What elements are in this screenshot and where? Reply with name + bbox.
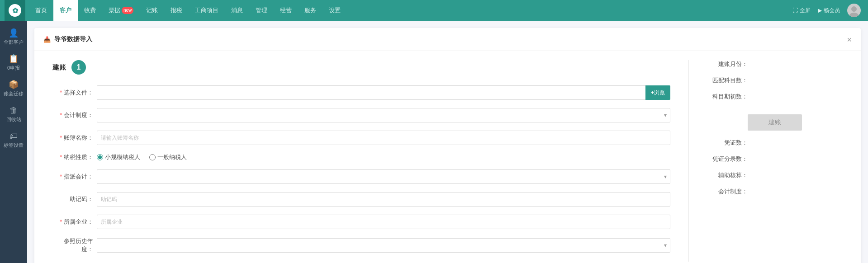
main-content: 📥 导爷数据导入 × 建账 1 * 选择文件： <box>27 21 868 263</box>
nav-right: ⛶ 全屏 ▶ 畅会员 <box>792 4 861 17</box>
info-accounting-label: 会计制度： <box>707 188 748 196</box>
tax-row: * 纳税性质： 小规模纳税人 一般纳税人 <box>52 153 670 161</box>
trash-icon: 🗑 <box>9 106 18 114</box>
ledger-input-wrap <box>97 131 670 145</box>
sidebar-item-all-clients[interactable]: 👤 全部客户 <box>0 25 27 49</box>
nav-item-message[interactable]: 消息 <box>225 0 249 21</box>
history-select-wrap <box>97 238 670 253</box>
nav-item-service[interactable]: 服务 <box>298 0 323 21</box>
history-label: 参照历史年度： <box>52 237 93 254</box>
nav-item-bookkeeping[interactable]: 记账 <box>140 0 164 21</box>
step-header: 建账 1 <box>52 60 670 75</box>
info-section: 建账月份： 匹配科目数： 科目期初数： 建账 凭证数： <box>689 60 861 262</box>
accounting-label: * 会计制度： <box>52 111 93 119</box>
close-button[interactable]: × <box>847 35 852 45</box>
avatar[interactable] <box>847 4 861 17</box>
browse-button[interactable]: +浏览 <box>645 85 670 100</box>
company-label: * 所属企业： <box>52 218 93 226</box>
modal-body: 建账 1 * 选择文件： +浏览 <box>34 51 861 263</box>
nav-item-charge[interactable]: 收费 <box>78 0 102 21</box>
nav-item-manage[interactable]: 管理 <box>249 0 274 21</box>
modal-wrapper: 📥 导爷数据导入 × 建账 1 * 选择文件： <box>34 28 861 263</box>
accounting-select-wrap <box>97 108 670 122</box>
period-row: 科目期初数： <box>707 93 843 101</box>
svg-point-0 <box>851 6 857 12</box>
ledger-input[interactable] <box>97 131 670 145</box>
nav-item-tax[interactable]: 报税 <box>164 0 189 21</box>
logo-icon: ✿ <box>9 4 21 17</box>
file-row: * 选择文件： +浏览 <box>52 85 670 100</box>
user-icon: 👤 <box>9 29 19 37</box>
nav-item-ticket[interactable]: 票据 new <box>102 0 140 21</box>
nav-item-home[interactable]: 首页 <box>29 0 53 21</box>
tax-small-scale[interactable]: 小规模纳税人 <box>97 153 140 161</box>
memo-label: 助记码： <box>52 195 93 203</box>
layout: 👤 全部客户 📋 0申报 📦 账套迁移 🗑 回收站 🏷 标签设置 📥 导爷数据导… <box>0 21 868 263</box>
voucher-row: 凭证数： <box>707 139 843 147</box>
file-label: * 选择文件： <box>52 89 93 97</box>
period-label: 科目期初数： <box>707 93 748 101</box>
tax-small-scale-label: 小规模纳税人 <box>105 153 140 161</box>
sidebar-item-recycle[interactable]: 🗑 回收站 <box>0 103 27 127</box>
form-section: 建账 1 * 选择文件： +浏览 <box>34 60 689 262</box>
auxiliary-row: 辅助核算： <box>707 171 843 179</box>
ledger-row: * 账簿名称： <box>52 131 670 145</box>
memo-input[interactable] <box>97 192 670 207</box>
accountant-label: * 指派会计： <box>52 173 93 181</box>
history-select[interactable] <box>97 238 670 253</box>
step-label: 建账 <box>52 63 66 72</box>
tax-small-scale-radio[interactable] <box>97 154 103 160</box>
match-row: 匹配科目数： <box>707 76 843 85</box>
tax-general-radio[interactable] <box>149 154 156 160</box>
tax-radio-group: 小规模纳税人 一般纳税人 <box>97 153 670 161</box>
tag-icon: 🏷 <box>9 132 18 140</box>
accountant-select[interactable] <box>97 169 670 184</box>
voucher-entries-row: 凭证分录数： <box>707 155 843 163</box>
new-badge: new <box>122 7 133 14</box>
tax-general-label: 一般纳税人 <box>157 153 187 161</box>
month-row: 建账月份： <box>707 60 843 68</box>
svg-point-1 <box>849 13 859 17</box>
nav-item-operation[interactable]: 经营 <box>274 0 298 21</box>
logo: ✿ <box>5 0 25 21</box>
top-nav: ✿ 首页 客户 收费 票据 new 记账 报税 工商项目 消息 管理 <box>0 0 868 21</box>
report-icon: 📋 <box>9 55 19 63</box>
info-accounting-row: 会计制度： <box>707 188 843 196</box>
file-text-input[interactable] <box>97 85 645 100</box>
nav-item-settings[interactable]: 设置 <box>323 0 347 21</box>
nav-items: 首页 客户 收费 票据 new 记账 报税 工商项目 消息 管理 经营 <box>29 0 792 21</box>
file-input-wrap: +浏览 <box>97 85 670 100</box>
sidebar-item-zero-report[interactable]: 📋 0申报 <box>0 51 27 75</box>
sidebar-item-label-settings[interactable]: 🏷 标签设置 <box>0 128 27 152</box>
nav-item-client[interactable]: 客户 <box>53 0 78 21</box>
play-icon: ▶ <box>818 7 822 14</box>
tax-general[interactable]: 一般纳税人 <box>149 153 187 161</box>
memo-input-wrap <box>97 192 670 207</box>
build-account-button[interactable]: 建账 <box>748 114 802 131</box>
modal-header: 📥 导爷数据导入 × <box>34 28 861 51</box>
vip-btn[interactable]: ▶ 畅会员 <box>818 7 840 14</box>
sidebar-item-migration[interactable]: 📦 账套迁移 <box>0 77 27 101</box>
step-circle: 1 <box>71 60 86 75</box>
accounting-select[interactable] <box>97 108 670 122</box>
tax-label: * 纳税性质： <box>52 153 93 161</box>
ledger-label: * 账簿名称： <box>52 134 93 142</box>
modal-title: 导爷数据导入 <box>54 35 92 43</box>
migrate-icon: 📦 <box>9 80 19 89</box>
sidebar: 👤 全部客户 📋 0申报 📦 账套迁移 🗑 回收站 🏷 标签设置 <box>0 21 27 263</box>
auxiliary-label: 辅助核算： <box>707 171 748 179</box>
voucher-entries-label: 凭证分录数： <box>707 155 748 163</box>
accounting-row: * 会计制度： <box>52 108 670 122</box>
accountant-row: * 指派会计： <box>52 169 670 184</box>
match-label: 匹配科目数： <box>707 76 748 85</box>
company-row: * 所属企业： <box>52 215 670 229</box>
accountant-select-wrap <box>97 169 670 184</box>
voucher-label: 凭证数： <box>707 139 748 147</box>
fullscreen-icon: ⛶ <box>792 7 798 14</box>
month-label: 建账月份： <box>707 60 748 68</box>
fullscreen-btn[interactable]: ⛶ 全屏 <box>792 7 811 14</box>
nav-item-business[interactable]: 工商项目 <box>189 0 225 21</box>
history-row: 参照历史年度： <box>52 237 670 254</box>
company-input-wrap <box>97 215 670 229</box>
company-input[interactable] <box>97 215 670 229</box>
